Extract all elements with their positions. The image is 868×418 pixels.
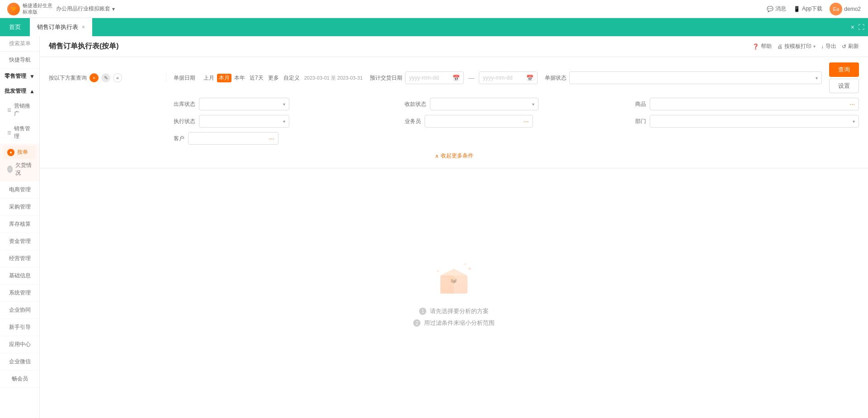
page-title: 销售订单执行表(按单) xyxy=(49,42,119,57)
customer-label: 客户 xyxy=(174,135,184,142)
preset-this-year[interactable]: 本年 xyxy=(232,74,247,82)
hint-number-1: 1 xyxy=(419,308,426,315)
breadcrumb[interactable]: 办公用品行业模拟账套 ▾ xyxy=(56,5,115,13)
filter-row-2: 出库状态 ▾ 收款状态 ▾ 商品 xyxy=(49,98,859,110)
refresh-icon: ↺ xyxy=(842,43,846,50)
expected-date-label: 预计交货日期 xyxy=(370,74,402,82)
refresh-btn[interactable]: ↺ 刷新 xyxy=(842,43,859,50)
sidebar-item-wechat[interactable]: 企业微信 xyxy=(0,353,39,370)
tab-home[interactable]: 首页 xyxy=(0,18,30,36)
collapse-scheme-btn[interactable]: « xyxy=(113,73,122,82)
goods-more-btn[interactable]: ··· xyxy=(849,100,855,108)
delivery-dropdown-icon: ▾ xyxy=(283,102,285,107)
customer-input[interactable]: ··· xyxy=(188,132,278,145)
retail-expand-icon: ▼ xyxy=(29,73,35,80)
sidebar-subitem-marketing[interactable]: ☰ 营销推广 xyxy=(0,99,39,121)
delivery-select[interactable]: ▾ xyxy=(199,98,289,110)
date-separator: — xyxy=(467,75,476,81)
collapse-more-btn[interactable]: ∧ 收起更多条件 xyxy=(49,149,859,162)
main-content: 📦 1 请先选择要分析的方案 2 用过滤条件来缩小分析范围 xyxy=(40,168,868,418)
sidebar-item-retail[interactable]: 零售管理 ▼ xyxy=(0,69,39,84)
logo-area: 🧡 畅捷通好生意 标准版 xyxy=(7,3,52,15)
app-logo-text: 畅捷通好生意 标准版 xyxy=(23,3,52,14)
exec-select[interactable]: ▾ xyxy=(199,115,289,128)
dept-label: 部门 xyxy=(635,118,646,125)
sidebar: 搜索菜单 快捷导航 零售管理 ▼ 批发管理 ▲ ☰ 营销推广 ☰ 销售管理 ● xyxy=(0,36,40,418)
svg-point-3 xyxy=(437,270,439,272)
cal-icon-from: 📅 xyxy=(453,75,460,81)
goods-input[interactable]: ··· xyxy=(650,98,859,110)
message-action[interactable]: 💬 消息 xyxy=(767,5,786,13)
sidebar-search[interactable]: 搜索菜单 xyxy=(0,36,39,52)
preset-custom[interactable]: 自定义 xyxy=(282,74,302,82)
export-btn[interactable]: ↓ 导出 xyxy=(821,43,836,50)
preset-7days[interactable]: 近7天 xyxy=(248,74,265,82)
page-header-actions: ❓ 帮助 🖨 按模板打印 ▾ ↓ 导出 ↺ 刷新 xyxy=(752,43,859,56)
payment-select[interactable]: ▾ xyxy=(430,98,538,110)
empty-state: 📦 1 请先选择要分析的方案 2 用过滤条件来缩小分析范围 xyxy=(413,257,495,329)
breadcrumb-dropdown-icon[interactable]: ▾ xyxy=(112,6,115,12)
exec-dropdown-icon: ▾ xyxy=(283,119,285,124)
tab-close-all-icon[interactable]: × xyxy=(851,24,854,31)
sidebar-item-apps[interactable]: 应用中心 xyxy=(0,336,39,353)
sidebar-item-member[interactable]: 畅会员 xyxy=(0,370,39,388)
salesperson-input[interactable]: ··· xyxy=(425,115,533,128)
sidebar-item-system[interactable]: 系统管理 xyxy=(0,285,39,302)
app-download-icon: 📱 xyxy=(793,6,800,12)
header-left: 🧡 畅捷通好生意 标准版 办公用品行业模拟账套 ▾ xyxy=(7,3,115,15)
expected-date-from-input[interactable]: yyyy-mm-dd 📅 xyxy=(405,71,464,84)
add-scheme-btn[interactable]: + xyxy=(90,73,99,82)
tab-maximize-icon[interactable]: ⛶ xyxy=(858,24,864,31)
sidebar-item-finance[interactable]: 资金管理 xyxy=(0,233,39,250)
preset-last-month[interactable]: 上月 xyxy=(202,74,216,82)
sidebar-item-basics[interactable]: 基础信息 xyxy=(0,267,39,285)
print-btn[interactable]: 🖨 按模板打印 ▾ xyxy=(777,43,816,50)
status-dropdown-icon: ▾ xyxy=(816,76,818,81)
sidebar-item-operations[interactable]: 经营管理 xyxy=(0,250,39,267)
expected-to-placeholder: yyyy-mm-dd xyxy=(483,75,524,81)
tab-bar-right: × ⛶ xyxy=(851,24,868,31)
header-right: 💬 消息 📱 App下载 Ea demo2 xyxy=(767,3,861,15)
search-menu-label[interactable]: 搜索菜单 xyxy=(9,40,31,48)
tab-sales-order-exec[interactable]: 销售订单执行表 × xyxy=(30,18,92,36)
query-btn[interactable]: 查询 xyxy=(829,62,859,77)
tab-close-btn[interactable]: × xyxy=(82,24,85,30)
sidebar-item-inventory[interactable]: 库存核算 xyxy=(0,216,39,233)
expected-date-to-input[interactable]: yyyy-mm-dd 📅 xyxy=(479,71,538,84)
sidebar-item-enterprise[interactable]: 企业协同 xyxy=(0,302,39,319)
preset-this-month[interactable]: 本月 xyxy=(217,74,231,82)
date-range-text: 2023-03-01 至 2023-03-31 xyxy=(304,75,363,81)
print-dropdown-icon: ▾ xyxy=(813,44,816,49)
follow-active-icon: ● xyxy=(7,149,14,156)
help-btn[interactable]: ❓ 帮助 xyxy=(752,43,772,50)
marketing-icon: ☰ xyxy=(7,108,11,113)
sales-icon: ☰ xyxy=(7,130,11,135)
preset-more[interactable]: 更多 xyxy=(266,74,281,82)
sidebar-item-quick-nav[interactable]: 快捷导航 xyxy=(0,52,39,69)
sidebar-subitem-sales[interactable]: ☰ 销售管理 xyxy=(0,121,39,144)
settings-btn[interactable]: 设置 xyxy=(829,79,859,93)
edit-scheme-btn[interactable]: ✎ xyxy=(101,73,110,82)
sidebar-item-purchase[interactable]: 采购管理 xyxy=(0,199,39,216)
empty-hint: 1 请先选择要分析的方案 2 用过滤条件来缩小分析范围 xyxy=(413,305,495,329)
export-icon: ↓ xyxy=(821,43,824,50)
dept-select[interactable]: ▾ xyxy=(650,115,859,128)
svg-text:📦: 📦 xyxy=(450,277,457,284)
debt-icon: ○ xyxy=(7,166,13,173)
filter-row-4: 客户 ··· xyxy=(49,132,859,145)
status-label: 单据状态 xyxy=(545,74,566,82)
delivery-label: 出库状态 xyxy=(174,100,195,108)
sidebar-item-wholesale[interactable]: 批发管理 ▲ xyxy=(0,84,39,99)
empty-illustration: 📦 xyxy=(431,257,476,298)
salesperson-more-btn[interactable]: ··· xyxy=(524,118,529,125)
sidebar-subitem-debt[interactable]: ○ 欠货情况 xyxy=(4,159,36,180)
sidebar-item-ecommerce[interactable]: 电商管理 xyxy=(0,181,39,199)
sidebar-item-newbie[interactable]: 新手引导 xyxy=(0,319,39,336)
content-area: 销售订单执行表(按单) ❓ 帮助 🖨 按模板打印 ▾ ↓ 导出 ↺ 刷新 xyxy=(40,36,868,418)
status-select[interactable]: ▾ xyxy=(569,71,822,84)
app-download-action[interactable]: 📱 App下载 xyxy=(793,5,822,13)
sidebar-subitem-follow[interactable]: ● 按单 xyxy=(4,146,36,159)
user-action[interactable]: Ea demo2 xyxy=(830,3,861,15)
customer-more-btn[interactable]: ··· xyxy=(269,135,274,142)
app-logo-icon: 🧡 xyxy=(7,3,20,15)
